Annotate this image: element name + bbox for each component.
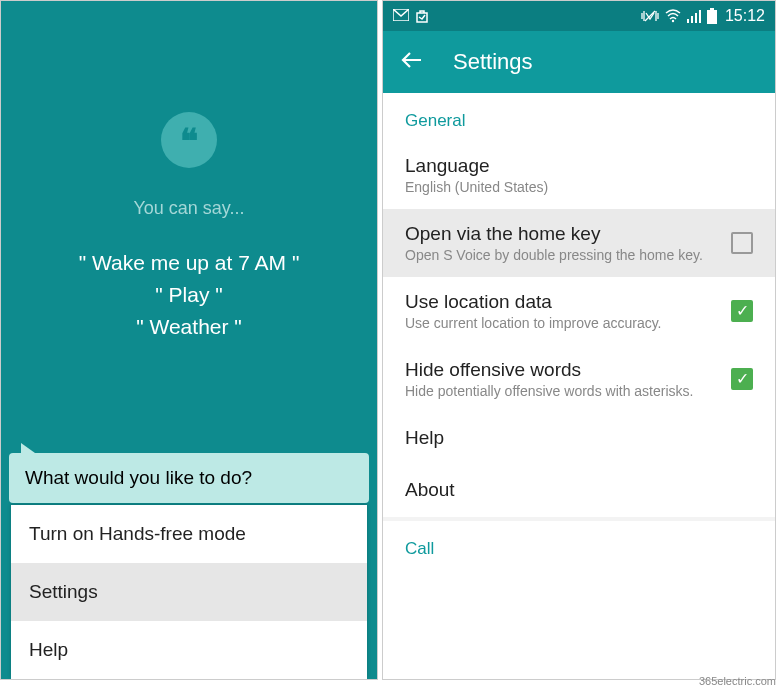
- signal-icon: [687, 9, 701, 23]
- prompt-bubble: What would you like to do?: [9, 453, 369, 503]
- back-icon[interactable]: [401, 49, 423, 75]
- status-right: 15:12: [641, 7, 765, 25]
- watermark: 365electric.com: [699, 675, 776, 687]
- quote-mark-icon: ❝: [180, 133, 198, 150]
- setting-about[interactable]: About: [383, 465, 775, 517]
- setting-offensive[interactable]: Hide offensive words Hide potentially of…: [383, 345, 775, 413]
- status-bar: 15:12: [383, 1, 775, 31]
- location-checkbox[interactable]: ✓: [731, 300, 753, 322]
- language-desc: English (United States): [405, 179, 753, 195]
- svg-rect-5: [695, 13, 697, 23]
- open-home-checkbox[interactable]: [731, 232, 753, 254]
- setting-help[interactable]: Help: [383, 413, 775, 465]
- mail-icon: [393, 9, 409, 23]
- open-home-title: Open via the home key: [405, 223, 731, 245]
- wifi-icon: [665, 9, 681, 23]
- location-title: Use location data: [405, 291, 731, 313]
- voice-prompt-area: ❝ You can say... " Wake me up at 7 AM " …: [1, 1, 377, 453]
- store-icon: [415, 9, 429, 23]
- offensive-title: Hide offensive words: [405, 359, 731, 381]
- app-title: Settings: [453, 49, 533, 75]
- prompt-text: What would you like to do?: [25, 467, 252, 488]
- svg-rect-6: [699, 10, 701, 23]
- you-can-say-label: You can say...: [133, 198, 244, 219]
- section-call: Call: [383, 521, 775, 569]
- vibrate-icon: [641, 9, 659, 23]
- s-voice-screen: ❝ You can say... " Wake me up at 7 AM " …: [0, 0, 378, 680]
- section-general: General: [383, 93, 775, 141]
- svg-rect-3: [687, 19, 689, 23]
- menu-hands-free[interactable]: Turn on Hands-free mode: [11, 505, 367, 563]
- svg-rect-8: [707, 10, 717, 24]
- menu-help[interactable]: Help: [11, 621, 367, 679]
- svg-point-2: [672, 20, 674, 22]
- example-3: " Weather ": [136, 315, 242, 339]
- battery-icon: [707, 8, 717, 24]
- settings-screen: 15:12 Settings General Language English …: [382, 0, 776, 680]
- example-1: " Wake me up at 7 AM ": [79, 251, 300, 275]
- status-left: [393, 9, 429, 23]
- setting-language[interactable]: Language English (United States): [383, 141, 775, 209]
- offensive-checkbox[interactable]: ✓: [731, 368, 753, 390]
- menu-settings[interactable]: Settings: [11, 563, 367, 621]
- quote-icon: ❝: [161, 112, 217, 168]
- location-desc: Use current location to improve accuracy…: [405, 315, 731, 331]
- help-title: Help: [405, 427, 753, 449]
- setting-location[interactable]: Use location data Use current location t…: [383, 277, 775, 345]
- offensive-desc: Hide potentially offensive words with as…: [405, 383, 731, 399]
- svg-rect-4: [691, 16, 693, 23]
- language-title: Language: [405, 155, 753, 177]
- setting-open-home[interactable]: Open via the home key Open S Voice by do…: [383, 209, 775, 277]
- status-time: 15:12: [725, 7, 765, 25]
- app-bar: Settings: [383, 31, 775, 93]
- about-title: About: [405, 479, 753, 501]
- open-home-desc: Open S Voice by double pressing the home…: [405, 247, 731, 263]
- options-menu: Turn on Hands-free mode Settings Help: [11, 505, 367, 679]
- svg-rect-7: [710, 8, 714, 10]
- example-2: " Play ": [155, 283, 222, 307]
